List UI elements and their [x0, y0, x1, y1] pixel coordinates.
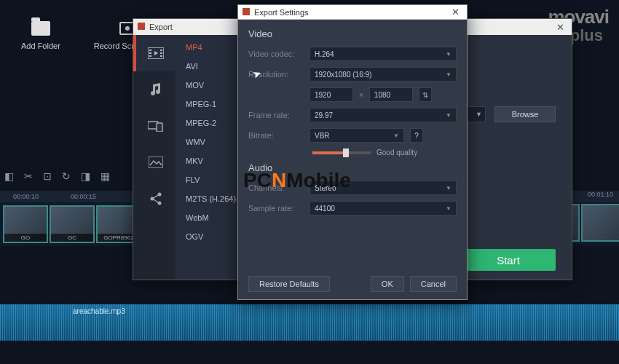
app-icon [243, 8, 250, 15]
rotate-icon[interactable]: ↻ [62, 170, 71, 182]
chevron-down-icon: ▼ [446, 51, 452, 58]
codec-label: Video codec: [248, 50, 304, 58]
format-item[interactable]: WMV [176, 132, 245, 151]
video-section-title: Video [248, 28, 457, 39]
svg-rect-1 [149, 50, 151, 51]
timecode: 00:00:10 [13, 193, 39, 200]
format-item[interactable]: FLV [176, 170, 245, 189]
tool-icon[interactable]: ▦ [100, 170, 110, 182]
audio-track[interactable]: areachable.mp3 [0, 304, 619, 341]
format-item[interactable]: AVI [176, 57, 245, 76]
video-clip[interactable] [581, 204, 619, 242]
svg-rect-4 [160, 50, 162, 51]
share-icon [149, 192, 162, 205]
category-audio[interactable] [133, 71, 176, 108]
resolution-dropdown[interactable]: 1920x1080 (16:9)▼ [310, 67, 457, 82]
codec-dropdown[interactable]: H.264▼ [310, 47, 457, 61]
audio-clip-label: areachable.mp3 [73, 307, 125, 315]
ok-button[interactable]: OK [371, 276, 404, 292]
chevron-down-icon: ▼ [446, 185, 452, 191]
timecode: 00:00:15 [71, 193, 96, 200]
bitrate-dropdown[interactable]: VBR▼ [310, 128, 404, 143]
resolution-label: Resolution: [248, 70, 304, 79]
svg-point-11 [151, 197, 154, 201]
video-clip[interactable]: GC [50, 205, 95, 243]
quality-slider[interactable] [312, 151, 371, 154]
category-share[interactable] [133, 181, 176, 217]
channels-label: Channels: [248, 183, 304, 192]
svg-rect-3 [149, 55, 151, 57]
category-image[interactable] [133, 144, 176, 181]
devices-icon [148, 120, 164, 132]
add-folder-label: Add Folder [21, 41, 60, 50]
clip-label: GO [4, 234, 47, 242]
format-item[interactable]: MPEG-2 [176, 114, 245, 132]
clip-label: GC [51, 234, 93, 242]
edit-tools-row: ◧ ✂ ⊡ ↻ ◨ ▦ [4, 170, 110, 182]
timecode: 00:01:10 [588, 191, 613, 198]
tool-icon[interactable]: ◨ [81, 170, 90, 182]
start-button[interactable]: Start [461, 249, 556, 271]
category-video[interactable] [133, 35, 176, 71]
quality-text: Good quality [376, 149, 417, 157]
format-item[interactable]: MKV [176, 151, 245, 170]
svg-point-12 [158, 202, 162, 205]
close-icon[interactable]: ✕ [449, 7, 462, 17]
app-icon [138, 23, 145, 30]
video-icon [148, 47, 164, 59]
channels-dropdown[interactable]: Stereo▼ [310, 181, 457, 195]
svg-rect-2 [149, 52, 151, 54]
times-symbol: × [359, 91, 363, 99]
svg-point-10 [158, 193, 162, 197]
help-icon[interactable]: ? [410, 128, 423, 143]
format-item[interactable]: M2TS (H.264) [176, 189, 245, 208]
bitrate-label: Bitrate: [248, 131, 304, 140]
brand-suffix: plus [570, 26, 603, 45]
video-clip[interactable]: GO [3, 205, 48, 243]
chevron-down-icon: ▼ [446, 71, 452, 78]
framerate-label: Frame rate: [248, 111, 304, 119]
format-item[interactable]: MOV [176, 76, 245, 95]
tool-icon[interactable]: ◧ [4, 170, 14, 182]
chevron-down-icon: ▼ [393, 132, 399, 139]
category-devices[interactable] [133, 108, 176, 144]
add-folder-button[interactable]: Add Folder [15, 16, 67, 54]
image-icon [149, 157, 163, 168]
svg-rect-6 [160, 55, 162, 57]
folder-icon [31, 21, 50, 36]
music-icon [149, 82, 163, 97]
slider-thumb[interactable] [343, 149, 349, 157]
export-category-column [133, 35, 176, 280]
cancel-button[interactable]: Cancel [410, 276, 457, 292]
crop-icon[interactable]: ⊡ [43, 170, 52, 182]
format-list: MP4 AVI MOV MPEG-1 MPEG-2 WMV MKV FLV M2… [176, 35, 245, 280]
svg-rect-8 [157, 123, 162, 132]
link-aspect-icon[interactable]: ⇅ [419, 87, 432, 102]
format-item[interactable]: MPEG-1 [176, 95, 245, 114]
samplerate-dropdown[interactable]: 44100▼ [310, 201, 457, 215]
resolution-height-input[interactable]: 1080 [369, 87, 413, 102]
format-item[interactable]: WebM [176, 208, 245, 227]
svg-rect-5 [160, 52, 162, 54]
chevron-down-icon: ▼ [446, 112, 452, 119]
resolution-width-input[interactable]: 1920 [310, 87, 353, 102]
svg-line-13 [154, 195, 158, 198]
export-title: Export [149, 23, 173, 31]
audio-section-title: Audio [248, 162, 457, 173]
settings-titlebar[interactable]: Export Settings ✕ [238, 5, 467, 20]
svg-line-14 [154, 199, 158, 202]
browse-button[interactable]: Browse [494, 106, 556, 122]
framerate-dropdown[interactable]: 29.97▼ [310, 108, 457, 122]
format-item[interactable]: OGV [176, 227, 245, 246]
chevron-down-icon: ▼ [446, 205, 452, 212]
format-item[interactable]: MP4 [176, 38, 245, 57]
samplerate-label: Sample rate: [248, 204, 304, 213]
cut-icon[interactable]: ✂ [24, 170, 33, 182]
settings-title: Export Settings [254, 8, 309, 17]
restore-defaults-button[interactable]: Restore Defaults [248, 276, 330, 292]
close-icon[interactable]: ✕ [553, 22, 567, 33]
export-settings-dialog: Export Settings ✕ ➤ Video Video codec: H… [237, 4, 468, 300]
